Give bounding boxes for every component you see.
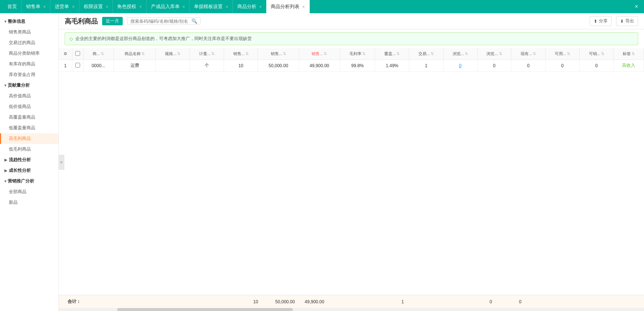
col-coverage[interactable]: 覆盖...⇅ — [375, 48, 409, 60]
horizontal-scrollbar[interactable] — [59, 308, 644, 311]
nav-purchase[interactable]: 进货单 × — [50, 0, 79, 13]
cell-available-stock: 0 — [546, 60, 580, 72]
sidebar-item-in-stock[interactable]: 有库存的商品 — [0, 59, 58, 69]
data-table: ⚙ 商...⇅ 商品名称⇅ 规格...⇅ 计量...⇅ 销售...⇅ 销售...… — [59, 48, 644, 72]
col-gross-margin[interactable]: 毛利率⇅ — [340, 48, 375, 60]
sidebar-item-high-margin[interactable]: 高毛利商品 — [0, 133, 58, 144]
close-inbound-tab[interactable]: × — [183, 4, 185, 9]
settings-icon[interactable]: ⚙ — [64, 51, 67, 56]
cell-gross-margin: 99.8% — [340, 60, 375, 72]
search-icon[interactable]: 🔍 — [191, 18, 197, 24]
col-sales-qty[interactable]: 销售...⇅ — [224, 48, 258, 60]
sidebar-item-high-value[interactable]: 高价值商品 — [0, 91, 58, 101]
cell-current-stock: 0 — [511, 60, 546, 72]
nav-home[interactable]: 首页 — [3, 0, 22, 13]
cell-name: 运费 — [114, 60, 156, 72]
cell-tag: 高收入 — [614, 60, 644, 72]
footer-sales-qty: 10 — [241, 299, 270, 304]
sidebar-item-all-goods[interactable]: 全部商品 — [0, 187, 58, 197]
sidebar: ▾ 整体信息 销售类商品 交易过的商品 商品分类助销率 有库存的商品 库存资金占… — [0, 13, 59, 311]
arrow-trend: ▶ — [4, 158, 7, 162]
col-view1[interactable]: 浏览...⇅ — [443, 48, 477, 60]
cell-code: 0000... — [83, 60, 114, 72]
cell-sales-cost: 49,900.00 — [299, 60, 340, 72]
info-icon: ◇ — [69, 36, 73, 41]
sidebar-group-growth[interactable]: ▶ 成长性分析 — [0, 165, 58, 176]
export-button[interactable]: ⬇ 导出 — [616, 16, 638, 26]
select-all-checkbox[interactable] — [75, 51, 80, 56]
nav-sales[interactable]: 销售单 × — [22, 0, 50, 13]
search-input[interactable] — [130, 19, 191, 24]
filter-recent-month-button[interactable]: 近一月 — [102, 17, 123, 25]
col-tag[interactable]: 标签⇅ — [614, 48, 644, 60]
cell-sellable-stock: 0 — [579, 60, 614, 72]
footer-label: 合计： — [65, 299, 116, 305]
nav-product-analysis-list[interactable]: 商品分析列表 × — [266, 0, 309, 13]
table-container[interactable]: ⚙ 商...⇅ 商品名称⇅ 规格...⇅ 计量...⇅ 销售...⇅ 销售...… — [59, 48, 644, 295]
nav-inbound[interactable]: 产成品入库单 × — [147, 0, 190, 13]
sidebar-item-sales-goods[interactable]: 销售类商品 — [0, 27, 58, 37]
col-name[interactable]: 商品名称⇅ — [114, 48, 156, 60]
cell-view2: 0 — [477, 60, 511, 72]
cell-coverage: 1.49% — [375, 60, 409, 72]
col-settings[interactable]: ⚙ — [59, 48, 72, 60]
col-unit[interactable]: 计量...⇅ — [190, 48, 224, 60]
export-icon: ⬇ — [620, 19, 624, 24]
sidebar-item-traded-goods[interactable]: 交易过的商品 — [0, 37, 58, 48]
content-header: 高毛利商品 近一月 🔍 ⬆ 分享 ⬇ 导出 — [59, 13, 644, 29]
nav-role[interactable]: 角色授权 × — [113, 0, 146, 13]
sidebar-group-trend[interactable]: ▶ 流趋性分析 — [0, 155, 58, 165]
col-sellable-stock[interactable]: 可销...⇅ — [579, 48, 614, 60]
col-available-stock[interactable]: 可用...⇅ — [546, 48, 580, 60]
col-sales-amount[interactable]: 销售...⇅ — [258, 48, 299, 60]
nav-permission[interactable]: 权限设置 × — [79, 0, 113, 13]
sidebar-item-new-goods[interactable]: 新品 — [0, 197, 58, 208]
cell-transaction: 1 — [409, 60, 443, 72]
footer-current-stock: 0 — [476, 299, 506, 304]
cell-spec — [156, 60, 190, 72]
nav-product-analysis[interactable]: 商品分析 × — [233, 0, 266, 13]
table-header-row: ⚙ 商...⇅ 商品名称⇅ 规格...⇅ 计量...⇅ 销售...⇅ 销售...… — [59, 48, 644, 60]
cell-checkbox[interactable] — [72, 60, 83, 72]
main-layout: ▾ 整体信息 销售类商品 交易过的商品 商品分类助销率 有库存的商品 库存资金占… — [0, 13, 644, 311]
row-checkbox[interactable] — [75, 63, 80, 68]
close-permission-tab[interactable]: × — [106, 4, 108, 9]
close-purchase-tab[interactable]: × — [72, 4, 74, 9]
cell-index: 1 — [59, 60, 72, 72]
sidebar-collapse-button[interactable]: « — [59, 155, 64, 170]
sidebar-item-low-margin[interactable]: 低毛利商品 — [0, 144, 58, 155]
close-role-tab[interactable]: × — [139, 4, 141, 9]
share-button[interactable]: ⬆ 分享 — [590, 16, 612, 26]
close-product-analysis-tab[interactable]: × — [259, 4, 262, 9]
col-checkbox[interactable] — [72, 48, 83, 60]
close-template-tab[interactable]: × — [226, 4, 228, 9]
info-banner: ◇ 企业的主要的利润都是这部分商品创造的，可考虑加大推广，同时关注库存是不要出现… — [65, 32, 638, 45]
sidebar-group-marketing[interactable]: ▾ 营销推广分析 — [0, 176, 58, 187]
scrollbar-thumb[interactable] — [117, 308, 293, 311]
col-sales-cost[interactable]: 销售...⇅ — [299, 48, 340, 60]
sidebar-item-category-rate[interactable]: 商品分类助销率 — [0, 48, 58, 59]
col-code[interactable]: 商...⇅ — [83, 48, 114, 60]
sidebar-group-contribution[interactable]: ▾ 贡献量分析 — [0, 80, 58, 91]
sidebar-group-overall[interactable]: ▾ 整体信息 — [0, 16, 58, 27]
col-current-stock[interactable]: 现有...⇅ — [511, 48, 546, 60]
cell-view1[interactable]: 0 — [443, 60, 477, 72]
footer-available-stock: 0 — [506, 299, 535, 304]
footer-transaction: 1 — [388, 299, 417, 304]
sidebar-item-low-value[interactable]: 低价值商品 — [0, 101, 58, 112]
sidebar-item-low-coverage[interactable]: 低覆盖量商品 — [0, 123, 58, 133]
close-sales-tab[interactable]: × — [43, 4, 46, 9]
cell-sales-qty: 10 — [224, 60, 258, 72]
col-spec[interactable]: 规格...⇅ — [156, 48, 190, 60]
close-product-analysis-list-tab[interactable]: × — [302, 4, 305, 9]
col-transaction[interactable]: 交易...⇅ — [409, 48, 443, 60]
sidebar-item-high-coverage[interactable]: 高覆盖量商品 — [0, 112, 58, 123]
footer-sales-cost: 49,900.00 — [300, 299, 329, 304]
col-view2[interactable]: 浏览...⇅ — [477, 48, 511, 60]
arrow-marketing: ▾ — [4, 179, 6, 183]
sidebar-item-stock-capital[interactable]: 库存资金占用 — [0, 69, 58, 80]
nav-template[interactable]: 单据模板设置 × — [190, 0, 233, 13]
arrow-contribution: ▾ — [4, 83, 6, 87]
close-window-button[interactable]: × — [632, 3, 641, 10]
table-row: 1 0000... 运费 个 10 50,000.00 49,900.00 99… — [59, 60, 644, 72]
